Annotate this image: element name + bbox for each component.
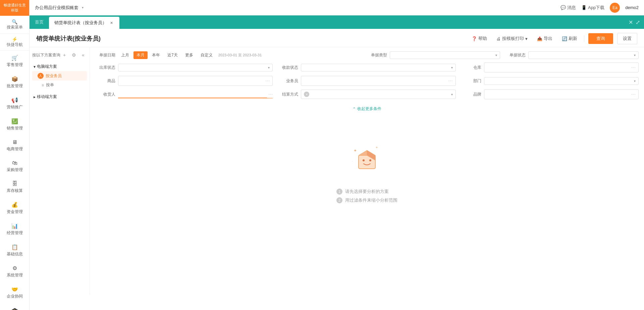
sidebar-quick-nav[interactable]: ⚡ 快捷导航 bbox=[0, 34, 29, 51]
tip1-text: 请先选择要分析的方案 bbox=[345, 189, 389, 195]
filter-cell-receiver: 收货人 ··· bbox=[95, 89, 273, 99]
svg-point-3 bbox=[363, 159, 365, 161]
print-dropdown-icon[interactable]: ▾ bbox=[525, 36, 528, 41]
goods-label: 商品 bbox=[95, 78, 115, 84]
brand-dots[interactable]: ··· bbox=[631, 91, 636, 97]
tab-close-icon[interactable]: ✕ bbox=[109, 20, 114, 25]
goods-dots[interactable]: ··· bbox=[265, 78, 270, 84]
date-range-text: 2023-03-01 至 2023-03-31 bbox=[218, 53, 262, 58]
out-status-label: 出库状态 bbox=[95, 65, 115, 70]
sidebar-item-sales[interactable]: 💹 销售管理 bbox=[0, 114, 29, 135]
date-tab-last7[interactable]: 近7天 bbox=[164, 51, 181, 59]
user-name[interactable]: demo2 bbox=[625, 5, 639, 10]
content-layout: 按以下方案查询 + ⚙ « ▾ 电脑端方案 人 按业务员 bbox=[30, 47, 644, 295]
tab-close-all-btn[interactable]: ✕ bbox=[629, 19, 633, 25]
download-icon: 📱 bbox=[581, 5, 587, 10]
message-icon: 💬 bbox=[560, 5, 566, 10]
out-status-arrow bbox=[268, 66, 270, 69]
refresh-btn[interactable]: 🔄 刷新 bbox=[559, 34, 580, 43]
salesperson-select[interactable]: ··· bbox=[301, 76, 455, 86]
sidebar-item-basic[interactable]: 📋 基础信息 bbox=[0, 240, 29, 261]
doc-type-select[interactable] bbox=[390, 51, 500, 59]
doc-status-select[interactable] bbox=[528, 51, 639, 59]
refresh-icon: 🔄 bbox=[562, 36, 567, 41]
date-tab-custom[interactable]: 自定义 bbox=[198, 51, 216, 59]
collapse-row: ⌃ 收起更多条件 bbox=[95, 103, 639, 115]
sidebar-search-menu[interactable]: 🔍 搜索菜单 bbox=[0, 16, 29, 34]
date-tab-this-year[interactable]: 本年 bbox=[149, 51, 163, 59]
warehouse-select[interactable]: ··· bbox=[484, 62, 639, 72]
sidebar-item-wholesale[interactable]: 📦 批发管理 bbox=[0, 72, 29, 93]
tab-sales-report[interactable]: 销货单统计表（按业务员） ✕ bbox=[49, 17, 119, 29]
department-select[interactable] bbox=[484, 77, 639, 85]
sidebar-item-enterprise[interactable]: 🤝 企业协同 bbox=[0, 282, 29, 303]
date-tab-more[interactable]: 更多 bbox=[182, 51, 196, 59]
export-btn[interactable]: 📤 导出 bbox=[534, 34, 555, 43]
sidebar-item-inventory[interactable]: 🗄 库存核算 bbox=[0, 177, 29, 198]
settlement-select[interactable]: × bbox=[301, 90, 455, 99]
empty-state-tips: 1 请先选择要分析的方案 2 用过滤条件来缩小分析范围 bbox=[336, 189, 397, 203]
breadcrumb-dropdown-icon[interactable]: ▾ bbox=[82, 6, 84, 9]
user-avatar[interactable]: Ea bbox=[610, 3, 620, 13]
sidebar-item-system[interactable]: ⚙ 系统管理 bbox=[0, 261, 29, 282]
sidebar-quick-nav-label: 快捷导航 bbox=[0, 42, 29, 48]
tab-expand-btn[interactable]: ⤢ bbox=[636, 19, 640, 25]
enterprise-icon: 🤝 bbox=[11, 286, 18, 293]
sidebar-logo[interactable]: 畅捷通好生意 标版 bbox=[0, 0, 29, 16]
filter-cell-doc-type: 单据类型 bbox=[367, 51, 500, 59]
newbie-icon: 🎓 bbox=[11, 307, 18, 310]
tab-home-label: 首页 bbox=[35, 19, 44, 25]
brand-select[interactable]: ··· bbox=[484, 89, 639, 99]
app-download-btn[interactable]: 📱 App下载 bbox=[581, 5, 604, 11]
salesperson-dots[interactable]: ··· bbox=[448, 78, 452, 84]
sidebar-item-newbie[interactable]: 🎓 新手引导 bbox=[0, 303, 29, 310]
left-panel-header: 按以下方案查询 + ⚙ « bbox=[32, 51, 87, 59]
operations-label: 经营管理 bbox=[7, 230, 23, 236]
filter-cell-department: 部门 bbox=[461, 76, 639, 86]
mobile-scheme-header[interactable]: ▸ 移动端方案 bbox=[32, 92, 87, 101]
sidebar-item-retail[interactable]: 🛒 零售管理 bbox=[0, 51, 29, 72]
sidebar-item-purchase[interactable]: 🛍 采购管理 bbox=[0, 156, 29, 177]
template-print-btn[interactable]: 🖨 按模板打印 ▾ bbox=[494, 34, 530, 43]
goods-select[interactable]: ··· bbox=[118, 76, 273, 86]
query-button[interactable]: 查询 bbox=[588, 33, 613, 44]
order-scheme-label: 按单 bbox=[46, 82, 54, 88]
filter-cell-date: 单据日期 上月 本月 本年 近7天 更多 自定义 bbox=[95, 51, 362, 59]
message-btn[interactable]: 💬 消息 bbox=[560, 5, 576, 11]
date-tab-last-month[interactable]: 上月 bbox=[118, 51, 132, 59]
settings-button[interactable]: 设置 bbox=[617, 33, 637, 44]
scheme-item-order[interactable]: ≡ 按单 bbox=[32, 81, 87, 90]
filter-row-1: 单据日期 上月 本月 本年 近7天 更多 自定义 bbox=[95, 51, 639, 59]
warehouse-dots[interactable]: ··· bbox=[631, 64, 636, 70]
help-btn[interactable]: ❓ 帮助 bbox=[469, 34, 490, 43]
action-divider bbox=[584, 35, 584, 42]
scheme-item-salesperson[interactable]: 人 按业务员 bbox=[32, 71, 87, 81]
refresh-label: 刷新 bbox=[569, 36, 577, 42]
settlement-clear-btn[interactable]: × bbox=[304, 92, 309, 97]
desktop-scheme-header[interactable]: ▾ 电脑端方案 bbox=[32, 62, 87, 71]
top-header: 办公用品行业模拟账套 ▾ 💬 消息 📱 App下载 Ea demo2 bbox=[30, 0, 644, 15]
receiver-dots[interactable]: ··· bbox=[268, 91, 273, 97]
sidebar-item-operations[interactable]: 📊 经营管理 bbox=[0, 219, 29, 240]
tab-home[interactable]: 首页 bbox=[30, 15, 49, 29]
operations-icon: 📊 bbox=[11, 223, 18, 229]
receiver-label: 收货人 bbox=[95, 92, 115, 97]
scheme-settings-btn[interactable]: ⚙ bbox=[70, 51, 77, 59]
receiver-input[interactable] bbox=[118, 90, 267, 98]
sidebar-item-ecommerce[interactable]: 🖥 电商管理 bbox=[0, 135, 29, 156]
add-scheme-btn[interactable]: + bbox=[61, 51, 68, 59]
desktop-scheme-label: 电脑端方案 bbox=[37, 64, 57, 69]
date-tab-this-month[interactable]: 本月 bbox=[133, 51, 148, 59]
collapse-panel-btn[interactable]: « bbox=[79, 51, 87, 59]
sidebar-item-finance[interactable]: 💰 资金管理 bbox=[0, 198, 29, 219]
payment-status-select[interactable] bbox=[301, 64, 455, 71]
date-label: 单据日期 bbox=[95, 52, 115, 58]
out-status-select[interactable] bbox=[118, 64, 273, 71]
print-icon: 🖨 bbox=[496, 36, 501, 41]
filter-cell-salesperson: 业务员 ··· bbox=[278, 76, 455, 86]
marketing-icon: 📢 bbox=[11, 97, 18, 103]
sidebar-item-marketing[interactable]: 📢 营销推广 bbox=[0, 93, 29, 114]
collapse-btn[interactable]: ⌃ 收起更多条件 bbox=[348, 105, 385, 113]
salesperson-scheme-icon: 人 bbox=[38, 73, 44, 79]
system-icon: ⚙ bbox=[12, 265, 17, 271]
